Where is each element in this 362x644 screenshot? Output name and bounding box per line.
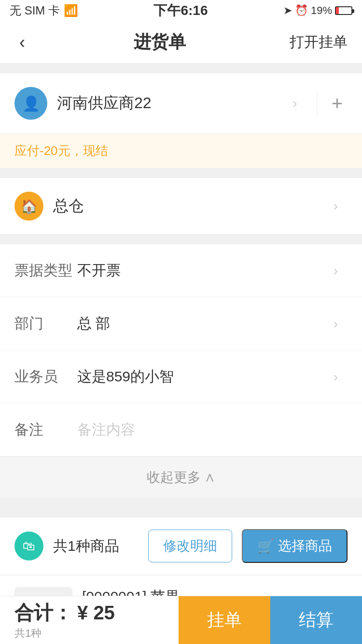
- section-gap-4: [0, 498, 362, 508]
- supplier-chevron-icon: ›: [292, 96, 297, 111]
- select-product-button[interactable]: 🛒 选择商品: [242, 529, 348, 563]
- divider: [317, 91, 317, 115]
- total-section: 合计： ¥ 25 共1种: [0, 600, 179, 641]
- department-chevron-icon: ›: [334, 316, 338, 332]
- products-count: 共1种商品: [53, 536, 139, 556]
- section-gap-3: [0, 234, 362, 244]
- warehouse-card: 🏠 总仓 ›: [0, 178, 362, 234]
- section-gap-2: [0, 168, 362, 178]
- sales-rep-chevron-icon: ›: [334, 369, 338, 385]
- battery-icon: [335, 6, 352, 15]
- page-title: 进货单: [134, 30, 186, 54]
- notice-text: 应付-20元，现结: [14, 143, 108, 158]
- bottom-bar: 合计： ¥ 25 共1种 挂单 结算: [0, 596, 362, 644]
- warehouse-row[interactable]: 🏠 总仓 ›: [0, 178, 362, 234]
- status-left: 无 SIM 卡 📶: [10, 3, 78, 18]
- status-time: 下午6:16: [153, 1, 208, 20]
- invoice-label: 票据类型: [14, 261, 77, 280]
- supplier-avatar: 👤: [14, 87, 47, 120]
- department-row[interactable]: 部门 总 部 ›: [0, 297, 362, 350]
- department-label: 部门: [14, 314, 77, 334]
- department-value: 总 部: [77, 314, 334, 334]
- supplier-row[interactable]: 👤 河南供应商22 › +: [0, 73, 362, 134]
- invoice-value: 不开票: [77, 261, 334, 280]
- products-icon: 🛍: [14, 532, 43, 560]
- select-product-label: 选择商品: [278, 537, 332, 555]
- products-header: 🛍 共1种商品 修改明细 🛒 选择商品: [0, 518, 362, 574]
- alarm-icon: ⏰: [295, 4, 308, 17]
- sales-rep-value: 这是859的小智: [77, 367, 334, 387]
- warehouse-chevron-icon: ›: [334, 198, 338, 214]
- back-button[interactable]: ‹: [14, 28, 30, 57]
- section-gap-1: [0, 64, 362, 73]
- select-product-icon: 🛒: [257, 538, 274, 554]
- collapse-bar[interactable]: 收起更多 ∧: [0, 456, 362, 498]
- sales-rep-label: 业务员: [14, 367, 77, 387]
- invoice-type-row[interactable]: 票据类型 不开票 ›: [0, 244, 362, 297]
- wifi-icon: 📶: [64, 4, 78, 17]
- avatar-icon: 👤: [22, 95, 40, 112]
- carrier-text: 无 SIM 卡: [10, 3, 60, 18]
- remark-label: 备注: [14, 420, 77, 440]
- total-value: ¥ 25: [77, 602, 115, 623]
- bag-icon: 🛍: [23, 539, 35, 554]
- total-amount: 合计： ¥ 25: [14, 600, 164, 626]
- open-pending-button[interactable]: 打开挂单: [290, 32, 348, 52]
- form-card: 票据类型 不开票 › 部门 总 部 › 业务员 这是859的小智 › 备注 备注…: [0, 244, 362, 456]
- sales-rep-row[interactable]: 业务员 这是859的小智 ›: [0, 350, 362, 403]
- supplier-card: 👤 河南供应商22 › + 应付-20元，现结: [0, 73, 362, 168]
- warehouse-name: 总仓: [53, 196, 334, 217]
- nav-bar: ‹ 进货单 打开挂单: [0, 21, 362, 64]
- total-count: 共1种: [14, 626, 164, 641]
- remark-row[interactable]: 备注 备注内容: [0, 403, 362, 456]
- supplier-name: 河南供应商22: [57, 93, 292, 114]
- total-label: 合计：: [14, 602, 72, 623]
- notice-bar: 应付-20元，现结: [0, 134, 362, 168]
- status-right: ➤ ⏰ 19%: [283, 4, 352, 17]
- battery-percent: 19%: [311, 4, 332, 17]
- home-icon: 🏠: [21, 198, 38, 214]
- warehouse-icon: 🏠: [14, 192, 43, 221]
- settle-button[interactable]: 结算: [270, 596, 362, 644]
- status-bar: 无 SIM 卡 📶 下午6:16 ➤ ⏰ 19%: [0, 0, 362, 21]
- edit-detail-button[interactable]: 修改明细: [148, 530, 232, 562]
- add-supplier-button[interactable]: +: [327, 93, 348, 114]
- invoice-chevron-icon: ›: [334, 263, 338, 279]
- location-icon: ➤: [283, 4, 292, 17]
- pending-button[interactable]: 挂单: [179, 596, 270, 644]
- remark-placeholder: 备注内容: [77, 420, 348, 440]
- collapse-label: 收起更多 ∧: [147, 470, 216, 485]
